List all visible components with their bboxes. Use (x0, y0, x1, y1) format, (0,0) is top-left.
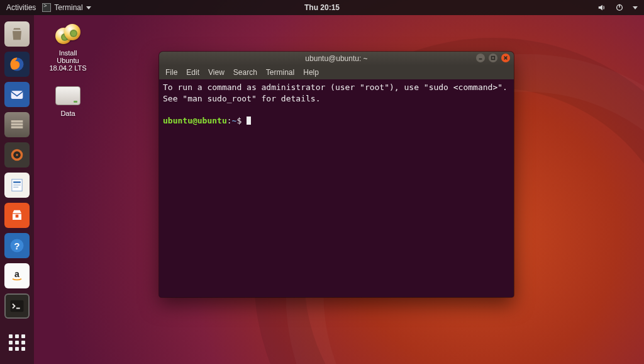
svg-point-9 (16, 154, 18, 156)
svg-rect-20 (492, 57, 495, 60)
dock-rhythmbox[interactable] (4, 142, 30, 168)
window-close-button[interactable] (501, 54, 510, 62)
app-menu-label: Terminal (54, 3, 82, 12)
window-controls (476, 54, 510, 62)
app-menu[interactable]: Terminal (42, 3, 91, 12)
svg-rect-13 (13, 186, 18, 188)
motd-line-2: See "man sudo_root" for details. (163, 94, 320, 103)
dock-writer[interactable] (4, 173, 30, 198)
menu-terminal[interactable]: Terminal (266, 68, 294, 77)
desktop-install-ubuntu[interactable]: Install Ubuntu 18.04.2 LTS (49, 23, 86, 72)
system-menu-chevron-icon[interactable] (633, 6, 638, 9)
menu-view[interactable]: View (208, 68, 225, 77)
show-applications-button[interactable] (4, 330, 30, 355)
motd-line-1: To run a command as administrator (user … (163, 82, 508, 92)
desktop-icons: Install Ubuntu 18.04.2 LTS Data (43, 23, 93, 117)
svg-rect-5 (11, 123, 23, 126)
svg-rect-11 (13, 181, 21, 183)
dock: ? a (0, 15, 34, 364)
svg-text:?: ? (14, 241, 19, 251)
svg-rect-3 (11, 91, 23, 99)
desktop-data-drive[interactable]: Data (54, 83, 82, 117)
prompt-sep: : (227, 116, 232, 125)
dock-trash[interactable] (4, 21, 30, 47)
drive-icon (55, 86, 80, 105)
dock-files[interactable] (4, 112, 30, 137)
desktop-data-label: Data (60, 110, 75, 117)
menu-edit[interactable]: Edit (186, 68, 199, 77)
svg-rect-4 (11, 120, 23, 123)
window-maximize-button[interactable] (489, 54, 497, 62)
top-bar: Activities Terminal Thu 20:15 (0, 0, 644, 15)
terminal-menubar: File Edit View Search Terminal Help (159, 65, 514, 79)
window-minimize-button[interactable] (476, 54, 485, 62)
svg-text:a: a (14, 269, 19, 279)
chevron-down-icon (86, 6, 91, 9)
prompt-user: ubuntu@ubuntu (163, 116, 227, 125)
dock-help[interactable]: ? (4, 233, 30, 258)
desktop-install-label: Install Ubuntu 18.04.2 LTS (49, 49, 86, 72)
install-disc-icon (55, 24, 80, 47)
svg-rect-17 (11, 300, 24, 312)
terminal-title-text: ubuntu@ubuntu: ~ (305, 54, 367, 63)
dock-amazon[interactable]: a (4, 263, 30, 288)
clock[interactable]: Thu 20:15 (304, 3, 340, 12)
terminal-icon (42, 3, 51, 12)
dock-software[interactable] (4, 203, 30, 228)
dock-firefox[interactable] (4, 52, 30, 77)
power-icon[interactable] (615, 3, 624, 12)
menu-help[interactable]: Help (303, 68, 319, 77)
prompt-suffix: $ (236, 116, 242, 125)
svg-rect-6 (11, 126, 23, 128)
menu-file[interactable]: File (165, 68, 177, 77)
dock-terminal[interactable] (4, 293, 30, 319)
menu-search[interactable]: Search (233, 68, 257, 77)
activities-button[interactable]: Activities (6, 3, 36, 12)
terminal-window[interactable]: ubuntu@ubuntu: ~ File Edit View Search T… (159, 52, 514, 297)
terminal-cursor (247, 117, 251, 125)
svg-rect-12 (13, 185, 21, 186)
terminal-titlebar[interactable]: ubuntu@ubuntu: ~ (159, 52, 514, 65)
dock-thunderbird[interactable] (4, 82, 30, 107)
volume-icon[interactable] (597, 3, 606, 12)
terminal-body[interactable]: To run a command as administrator (user … (159, 79, 514, 297)
